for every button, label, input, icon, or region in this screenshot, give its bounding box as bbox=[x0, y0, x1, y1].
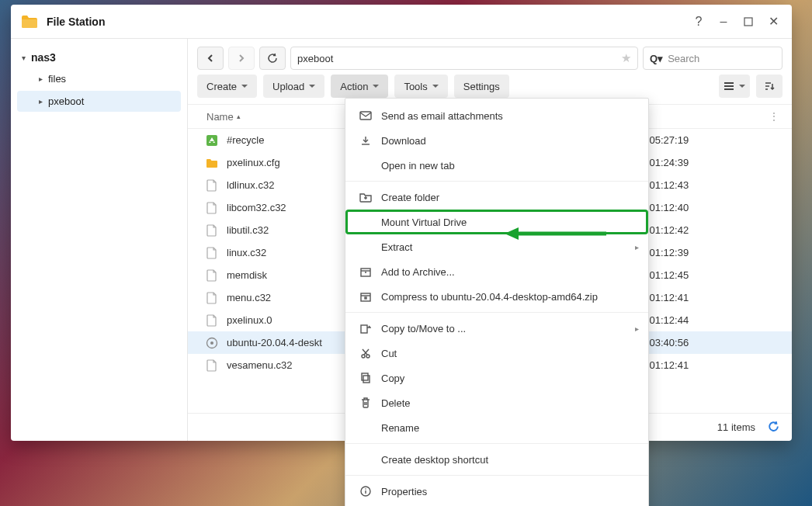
tools-menu-button[interactable]: Tools bbox=[394, 75, 447, 98]
menu-item-compress-to-ubuntu-20-04-4-desktop-amd64-zip[interactable]: Compress to ubuntu-20.04.4-desktop-amd64… bbox=[345, 284, 648, 309]
item-count-label: 11 items bbox=[717, 421, 755, 433]
folder-icon bbox=[205, 156, 219, 170]
app-icon bbox=[20, 12, 39, 31]
titlebar: File Station ? – ✕ bbox=[11, 5, 792, 39]
recycle-icon bbox=[205, 133, 219, 147]
caret-down-icon: ▾ bbox=[22, 54, 31, 62]
svg-point-31 bbox=[365, 488, 366, 490]
nav-back-button[interactable] bbox=[197, 47, 224, 70]
menu-item-properties[interactable]: Properties bbox=[345, 479, 648, 504]
sort-icon bbox=[764, 81, 775, 92]
list-view-icon bbox=[724, 81, 734, 91]
caret-right-icon: ▸ bbox=[39, 97, 48, 106]
app-title: File Station bbox=[47, 16, 105, 28]
menu-separator bbox=[345, 475, 648, 476]
path-input[interactable]: pxeboot ★ bbox=[290, 47, 638, 70]
menu-item-open-in-new-tab[interactable]: Open in new tab bbox=[345, 153, 648, 178]
menu-item-send-as-email-attachments[interactable]: Send as email attachments bbox=[345, 103, 648, 128]
menu-item-download[interactable]: Download bbox=[345, 128, 648, 153]
svg-rect-25 bbox=[363, 376, 370, 383]
settings-button[interactable]: Settings bbox=[454, 75, 509, 98]
menu-separator bbox=[345, 443, 648, 444]
iso-icon bbox=[205, 336, 219, 350]
search-icon: Q▾ bbox=[650, 53, 663, 64]
copymove-icon bbox=[358, 323, 373, 334]
action-menu-button[interactable]: Action bbox=[331, 75, 388, 98]
menu-item-copy-to-move-to[interactable]: Copy to/Move to ...▸ bbox=[345, 316, 648, 341]
svg-point-21 bbox=[362, 355, 365, 358]
file-icon bbox=[205, 224, 219, 237]
search-input[interactable]: Q▾ Search bbox=[643, 47, 783, 70]
file-icon bbox=[205, 178, 219, 192]
menu-item-rename[interactable]: Rename bbox=[345, 415, 648, 440]
file-icon bbox=[205, 291, 219, 305]
menu-item-create-folder[interactable]: Create folder bbox=[345, 185, 648, 210]
file-icon bbox=[205, 246, 219, 260]
chevron-left-icon bbox=[206, 54, 214, 62]
caret-down-icon bbox=[739, 85, 745, 88]
svg-rect-19 bbox=[365, 297, 366, 299]
svg-rect-0 bbox=[744, 18, 752, 26]
svg-rect-10 bbox=[360, 112, 371, 120]
caret-down-icon bbox=[373, 85, 379, 88]
copy-icon bbox=[358, 373, 373, 383]
file-icon bbox=[205, 201, 219, 215]
submenu-caret-icon: ▸ bbox=[635, 243, 639, 251]
close-button[interactable]: ✕ bbox=[764, 12, 783, 31]
action-context-menu: Send as email attachmentsDownloadOpen in… bbox=[345, 98, 649, 506]
file-icon bbox=[205, 359, 219, 373]
sidebar-item-pxeboot[interactable]: ▸pxeboot bbox=[17, 91, 181, 112]
svg-point-9 bbox=[210, 341, 213, 345]
view-mode-button[interactable] bbox=[719, 75, 750, 98]
tree-root[interactable]: ▾ nas3 bbox=[17, 48, 181, 67]
favorite-star-icon[interactable]: ★ bbox=[621, 51, 631, 65]
nav-forward-button[interactable] bbox=[228, 47, 255, 70]
menu-item-create-desktop-shortcut[interactable]: Create desktop shortcut bbox=[345, 447, 648, 472]
minimize-button[interactable]: – bbox=[714, 12, 733, 31]
menu-item-copy[interactable]: Copy bbox=[345, 366, 648, 390]
refresh-icon bbox=[267, 53, 278, 64]
file-icon bbox=[205, 314, 219, 328]
sort-ascending-icon: ▴ bbox=[237, 113, 241, 120]
info-icon bbox=[358, 486, 373, 497]
chevron-right-icon bbox=[238, 54, 245, 62]
delete-icon bbox=[358, 397, 373, 408]
column-options-button[interactable]: ⋮ bbox=[769, 110, 779, 123]
mail-icon bbox=[358, 111, 373, 120]
maximize-button[interactable] bbox=[739, 12, 758, 31]
newfolder-icon bbox=[358, 192, 373, 203]
help-button[interactable]: ? bbox=[689, 12, 708, 31]
menu-item-delete[interactable]: Delete bbox=[345, 390, 648, 415]
caret-down-icon bbox=[309, 85, 315, 88]
submenu-caret-icon: ▸ bbox=[635, 324, 639, 333]
compress-icon bbox=[358, 291, 373, 302]
upload-menu-button[interactable]: Upload bbox=[263, 75, 324, 98]
menu-item-add-to-archive[interactable]: Add to Archive... bbox=[345, 259, 648, 284]
sort-button[interactable] bbox=[756, 75, 783, 98]
create-menu-button[interactable]: Create bbox=[197, 75, 257, 98]
menu-item-extract[interactable]: Extract▸ bbox=[345, 234, 648, 259]
download-icon bbox=[358, 135, 373, 146]
svg-point-22 bbox=[366, 355, 370, 358]
menu-separator bbox=[345, 312, 648, 313]
menu-separator bbox=[345, 181, 648, 182]
refresh-button[interactable] bbox=[259, 47, 286, 70]
cut-icon bbox=[358, 348, 373, 359]
sidebar: ▾ nas3 ▸files▸pxeboot bbox=[11, 39, 188, 441]
svg-rect-26 bbox=[362, 373, 368, 380]
refresh-icon bbox=[768, 421, 779, 432]
svg-rect-20 bbox=[361, 325, 367, 333]
footer-refresh-button[interactable] bbox=[768, 421, 779, 435]
file-icon bbox=[205, 269, 219, 282]
menu-item-mount-virtual-drive[interactable]: Mount Virtual Drive bbox=[345, 210, 648, 234]
caret-down-icon bbox=[432, 85, 439, 88]
menu-item-cut[interactable]: Cut bbox=[345, 341, 648, 366]
caret-right-icon: ▸ bbox=[39, 75, 48, 83]
archive-icon bbox=[358, 266, 373, 277]
caret-down-icon bbox=[241, 85, 248, 88]
sidebar-item-files[interactable]: ▸files bbox=[17, 68, 181, 89]
